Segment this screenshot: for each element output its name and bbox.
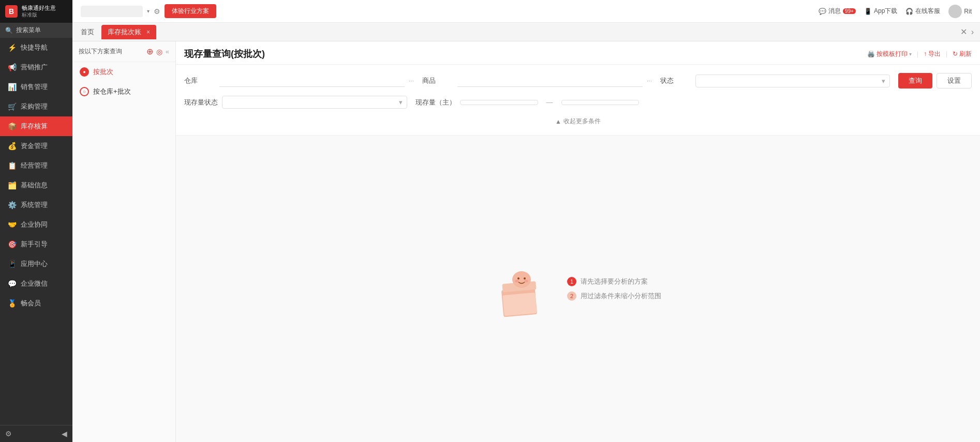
svg-point-4 bbox=[517, 277, 519, 279]
inventory-status-select[interactable]: ▾ bbox=[222, 96, 407, 109]
sidebar-search[interactable]: 🔍 搜索菜单 bbox=[0, 23, 72, 38]
select-arrow2: ▾ bbox=[399, 98, 403, 106]
product-label: 商品 bbox=[422, 76, 453, 85]
trial-button[interactable]: 体验行业方案 bbox=[165, 4, 216, 18]
scheme-settings-icon[interactable]: ◎ bbox=[156, 48, 162, 56]
apps-icon: 📱 bbox=[7, 260, 17, 268]
app-version: 标准版 bbox=[22, 11, 56, 19]
sidebar-item-enterprise[interactable]: 🤝 企业协同 bbox=[0, 215, 72, 234]
by-batch-label: 按批次 bbox=[93, 67, 113, 77]
inventory-qty-filter: 现存量（主） — bbox=[415, 98, 639, 107]
inventory-icon: 📦 bbox=[7, 122, 17, 130]
search-label: 搜索菜单 bbox=[16, 26, 41, 35]
sidebar-item-label: 畅会员 bbox=[21, 299, 41, 308]
message-label: 消息 bbox=[828, 7, 841, 16]
sidebar-item-newbie[interactable]: 🎯 新手引导 bbox=[0, 234, 72, 254]
sidebar: B 畅康通好生意 标准版 🔍 搜索菜单 ⚡ 快捷导航 📢 营销推广 📊 销售管理… bbox=[0, 0, 72, 442]
add-scheme-icon[interactable]: ⊕ bbox=[146, 47, 153, 56]
settings-button[interactable]: 设置 bbox=[937, 73, 972, 89]
product-more-icon[interactable]: ··· bbox=[647, 77, 652, 84]
marketing-icon: 📢 bbox=[7, 63, 17, 71]
avatar bbox=[948, 5, 962, 18]
export-btn[interactable]: ↑ 导出 bbox=[924, 50, 941, 58]
chevron-down-icon[interactable]: ▾ bbox=[147, 8, 150, 14]
left-panel-item-by-warehouse-batch[interactable]: ○ 按仓库+批次 bbox=[72, 82, 175, 101]
page-title: 现存量查询(按批次) bbox=[184, 48, 265, 60]
by-warehouse-batch-label: 按仓库+批次 bbox=[93, 87, 131, 96]
online-support-item[interactable]: 🎧 在线客服 bbox=[905, 7, 940, 16]
warehouse-input[interactable] bbox=[219, 75, 405, 87]
close-panel-icon[interactable]: ✕ bbox=[960, 27, 967, 37]
inventory-qty-from[interactable] bbox=[460, 100, 538, 105]
message-item[interactable]: 💬 消息 99+ bbox=[819, 7, 856, 16]
hint-text-2: 用过滤条件来缩小分析范围 bbox=[581, 291, 661, 301]
sidebar-item-quicknav[interactable]: ⚡ 快捷导航 bbox=[0, 38, 72, 57]
inventory-qty-label: 现存量（主） bbox=[415, 98, 456, 107]
export-icon: ↑ bbox=[924, 50, 927, 57]
chevron-right-icon[interactable]: › bbox=[971, 27, 974, 37]
product-input[interactable] bbox=[457, 75, 643, 87]
sidebar-settings-btn[interactable]: ⚙ bbox=[5, 430, 12, 438]
topbar-gear-icon[interactable]: ⚙ bbox=[154, 7, 160, 16]
divider: | bbox=[917, 50, 918, 57]
refresh-btn[interactable]: ↻ 刷新 bbox=[953, 50, 972, 58]
sidebar-item-label: 新手引导 bbox=[21, 240, 48, 249]
status-select[interactable]: ▾ bbox=[695, 75, 890, 87]
app-download-item[interactable]: 📱 App下载 bbox=[864, 7, 897, 16]
sidebar-item-marketing[interactable]: 📢 营销推广 bbox=[0, 57, 72, 77]
tab-close-btn[interactable]: × bbox=[146, 28, 150, 36]
sidebar-item-label: 营销推广 bbox=[21, 63, 48, 72]
online-support-label: 在线客服 bbox=[915, 7, 940, 16]
left-panel-header: 按以下方案查询 ⊕ ◎ « bbox=[72, 41, 175, 62]
sidebar-item-member[interactable]: 🏅 畅会员 bbox=[0, 293, 72, 313]
tabs-bar: 首页 库存批次账 × ✕ › bbox=[72, 23, 980, 41]
sidebar-collapse-btn[interactable]: ◀ bbox=[62, 430, 67, 438]
purchase-icon: 🛒 bbox=[7, 102, 17, 111]
newbie-icon: 🎯 bbox=[7, 240, 17, 248]
sidebar-item-basic[interactable]: 🗂️ 基础信息 bbox=[0, 175, 72, 195]
tabs-bar-right: ✕ › bbox=[960, 27, 978, 37]
user-item[interactable]: Rit bbox=[948, 5, 972, 18]
warehouse-batch-indicator: ○ bbox=[80, 87, 89, 96]
collapse-more-btn[interactable]: ▲ 收起更多条件 bbox=[184, 114, 972, 129]
sidebar-item-operations[interactable]: 📋 经营管理 bbox=[0, 156, 72, 175]
inventory-status-filter: 现存量状态 ▾ bbox=[184, 96, 407, 109]
sidebar-item-system[interactable]: ⚙️ 系统管理 bbox=[0, 195, 72, 215]
sidebar-item-inventory[interactable]: 📦 库存核算 bbox=[0, 116, 72, 136]
sidebar-item-wechat[interactable]: 💬 企业微信 bbox=[0, 274, 72, 293]
sidebar-item-label: 应用中心 bbox=[21, 259, 48, 269]
sidebar-item-label: 快捷导航 bbox=[21, 43, 48, 52]
sidebar-item-label: 资金管理 bbox=[21, 141, 48, 151]
tab-home[interactable]: 首页 bbox=[75, 25, 100, 39]
sidebar-bottom: ⚙ ◀ bbox=[0, 425, 72, 442]
warehouse-label: 仓库 bbox=[184, 76, 215, 85]
sidebar-item-apps[interactable]: 📱 应用中心 bbox=[0, 254, 72, 274]
collapse-panel-icon[interactable]: « bbox=[166, 48, 169, 55]
status-filter: 状态 ▾ bbox=[660, 75, 890, 87]
inventory-qty-to[interactable] bbox=[561, 100, 639, 105]
tab-inventory-batch[interactable]: 库存批次账 × bbox=[101, 25, 156, 39]
sidebar-header: B 畅康通好生意 标准版 bbox=[0, 0, 72, 23]
hint-text-1: 请先选择要分析的方案 bbox=[581, 277, 648, 286]
app-download-label: App下载 bbox=[874, 7, 897, 16]
sidebar-item-finance[interactable]: 💰 资金管理 bbox=[0, 136, 72, 156]
chevron-up-icon: ▲ bbox=[555, 118, 561, 125]
batch-indicator: ● bbox=[80, 67, 89, 77]
divider2: | bbox=[946, 50, 947, 57]
left-panel-item-by-batch[interactable]: ● 按批次 bbox=[72, 62, 175, 82]
sidebar-item-sales[interactable]: 📊 销售管理 bbox=[0, 77, 72, 97]
tab-home-label: 首页 bbox=[81, 27, 94, 37]
right-panel: 现存量查询(按批次) 🖨️ 按模板打印 ▾ | ↑ 导出 | ↻ bbox=[176, 41, 980, 442]
warehouse-more-icon[interactable]: ··· bbox=[409, 77, 414, 84]
sidebar-item-label: 销售管理 bbox=[21, 82, 48, 92]
app-logo: B bbox=[5, 5, 18, 18]
print-template-btn[interactable]: 🖨️ 按模板打印 ▾ bbox=[867, 50, 912, 58]
sidebar-item-purchase[interactable]: 🛒 采购管理 bbox=[0, 97, 72, 116]
topbar-search-input[interactable] bbox=[81, 6, 143, 17]
settings-icon: ⚙ bbox=[5, 430, 12, 438]
topbar: ▾ ⚙ 体验行业方案 💬 消息 99+ 📱 App下载 🎧 在线客服 Rit bbox=[72, 0, 980, 23]
sidebar-item-label: 企业微信 bbox=[21, 279, 48, 288]
sidebar-item-label: 企业协同 bbox=[21, 220, 48, 229]
hint-number-1: 1 bbox=[567, 277, 576, 286]
query-button[interactable]: 查询 bbox=[898, 73, 932, 89]
